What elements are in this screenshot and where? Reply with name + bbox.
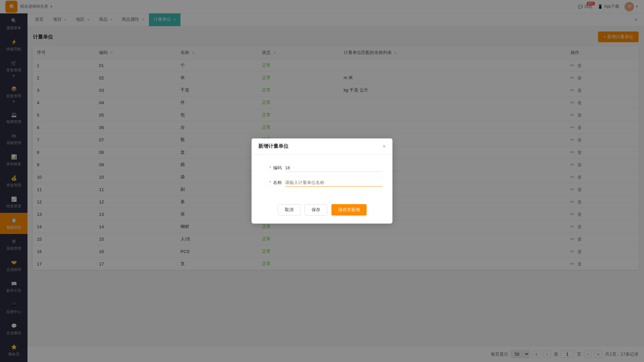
- modal-overlay[interactable]: 新增计量单位 × * 编码 * 名称 取消 保存 保存并新增: [0, 0, 644, 362]
- code-label-text: 编码: [273, 165, 282, 170]
- code-input[interactable]: [285, 164, 382, 172]
- form-row-name: * 名称: [262, 179, 382, 187]
- modal-header: 新增计量单位 ×: [252, 138, 392, 155]
- name-form-label: * 名称: [262, 180, 282, 186]
- add-measure-unit-modal: 新增计量单位 × * 编码 * 名称 取消 保存 保存并新增: [252, 138, 392, 224]
- modal-body: * 编码 * 名称: [252, 155, 392, 200]
- name-input[interactable]: [285, 179, 382, 187]
- name-required-mark: *: [269, 180, 271, 185]
- name-label-text: 名称: [273, 180, 282, 185]
- form-row-code: * 编码: [262, 164, 382, 172]
- code-form-label: * 编码: [262, 165, 282, 171]
- modal-title: 新增计量单位: [258, 143, 288, 149]
- modal-footer: 取消 保存 保存并新增: [252, 200, 392, 224]
- save-and-new-button[interactable]: 保存并新增: [331, 204, 367, 216]
- cancel-button[interactable]: 取消: [278, 204, 301, 216]
- save-button[interactable]: 保存: [305, 204, 327, 216]
- code-required-mark: *: [269, 165, 271, 170]
- modal-close-button[interactable]: ×: [383, 144, 386, 149]
